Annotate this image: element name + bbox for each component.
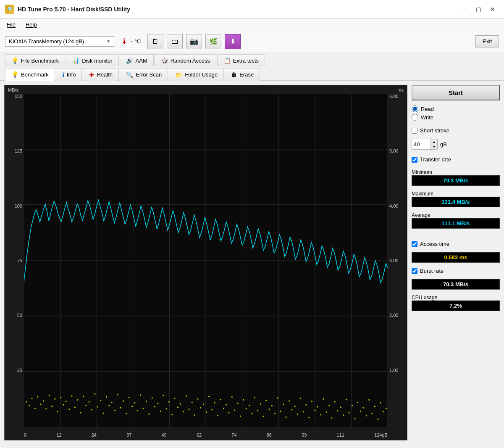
svg-point-27: [49, 395, 50, 396]
minimum-value: 79.3 MB/s: [412, 175, 500, 186]
access-time-checkbox[interactable]: [412, 241, 417, 247]
svg-point-78: [194, 414, 195, 416]
svg-point-70: [171, 414, 173, 416]
radio-write[interactable]: [412, 114, 418, 121]
svg-point-84: [211, 409, 213, 411]
error-scan-icon: 🔍: [126, 71, 133, 78]
svg-point-109: [283, 403, 284, 405]
tab-info[interactable]: ℹ Info: [56, 68, 82, 81]
erase-icon: 🗑: [231, 71, 237, 78]
svg-point-59: [140, 394, 141, 396]
tab-aam-label: AAM: [136, 58, 147, 64]
svg-point-107: [277, 397, 278, 399]
svg-point-26: [45, 408, 47, 410]
close-button[interactable]: ✕: [486, 4, 499, 14]
svg-point-46: [102, 412, 104, 414]
y-label-r-600: 6.00: [389, 94, 405, 99]
short-stroke-checkbox[interactable]: [412, 128, 417, 134]
app-title: HD Tune Pro 5.70 - Hard Disk/SSD Utility: [18, 6, 130, 13]
x-label-12: 12: [56, 432, 61, 437]
burst-rate-value: 70.3 MB/s: [412, 279, 500, 290]
tab-benchmark[interactable]: 💡 Benchmark: [5, 68, 55, 81]
svg-point-20: [29, 405, 30, 406]
svg-point-108: [280, 411, 281, 412]
svg-point-123: [323, 398, 324, 400]
tab-folder-usage[interactable]: 📁 Folder Usage: [169, 68, 224, 81]
access-time-checkbox-item: Access time: [412, 241, 500, 247]
y-label-100: 100: [6, 203, 22, 208]
burst-rate-checkbox[interactable]: [412, 268, 417, 274]
tab-health-label: Health: [97, 71, 113, 78]
spinner-up-button[interactable]: ▲: [430, 139, 437, 144]
short-stroke-row: Short stroke: [412, 127, 500, 134]
svg-point-95: [243, 399, 244, 401]
x-label-24: 24: [92, 432, 97, 437]
update-btn[interactable]: 🌿: [205, 34, 221, 49]
svg-point-67: [163, 395, 164, 396]
exit-button[interactable]: Exit: [475, 35, 499, 47]
svg-point-140: [371, 412, 373, 414]
start-button[interactable]: Start: [412, 85, 500, 100]
svg-point-111: [289, 400, 290, 402]
svg-point-62: [148, 414, 150, 415]
svg-point-61: [146, 401, 147, 402]
info-btn-2[interactable]: 🗃: [167, 34, 183, 49]
tab-aam[interactable]: 🔊 AAM: [120, 54, 154, 66]
svg-point-63: [152, 397, 153, 399]
svg-point-132: [349, 412, 350, 414]
tab-erase[interactable]: 🗑 Erase: [225, 68, 260, 81]
main-content: MB/s ms 150 125 100 75 50 25 6.00 5.00 4…: [0, 81, 504, 445]
minimize-button[interactable]: –: [458, 4, 470, 14]
tab-random-access[interactable]: 🎲 Random Access: [155, 54, 216, 66]
tab-disk-monitor-label: Disk monitor: [82, 58, 112, 64]
download-btn[interactable]: ⬇: [225, 34, 241, 49]
svg-point-37: [77, 399, 78, 401]
svg-point-102: [263, 416, 264, 418]
device-dropdown[interactable]: KIOXIA TransMemory (124 gB) ▼: [5, 36, 114, 47]
maximize-button[interactable]: ▢: [472, 4, 485, 14]
transfer-rate-label: Transfer rate: [420, 156, 451, 163]
separator: [412, 234, 500, 234]
svg-point-39: [83, 396, 84, 398]
average-value: 111.1 MB/s: [412, 218, 500, 229]
transfer-rate-checkbox-item: Transfer rate: [412, 156, 500, 163]
svg-point-47: [106, 396, 107, 398]
chart-svg: [24, 94, 388, 427]
svg-point-50: [114, 409, 116, 411]
screenshot-btn[interactable]: 📷: [186, 34, 202, 49]
info-btn-1[interactable]: 🗒: [147, 34, 163, 49]
svg-point-66: [160, 411, 161, 412]
svg-point-137: [362, 407, 364, 409]
svg-point-93: [237, 403, 238, 404]
menu-file[interactable]: File: [5, 21, 17, 29]
svg-point-135: [357, 402, 358, 403]
svg-point-55: [129, 397, 130, 398]
tab-error-scan[interactable]: 🔍 Error Scan: [120, 68, 168, 81]
tab-extra-tests[interactable]: 📋 Extra tests: [217, 54, 265, 66]
menu-help[interactable]: Help: [24, 21, 39, 29]
svg-point-112: [291, 409, 292, 411]
svg-point-86: [217, 415, 218, 416]
cpu-usage-section: CPU usage 7.2%: [412, 293, 500, 311]
svg-point-90: [228, 412, 229, 414]
radio-read[interactable]: [412, 105, 418, 112]
short-stroke-number-input[interactable]: [412, 140, 430, 149]
svg-point-22: [34, 408, 36, 409]
svg-point-76: [188, 408, 189, 410]
x-label-124gb: 124gB: [374, 432, 388, 437]
short-stroke-value-row: ▲ ▼ gB: [412, 139, 500, 150]
svg-point-105: [271, 405, 273, 407]
radio-write-item: Write: [412, 114, 500, 121]
right-panel: Start Read Write Short stroke ▲ ▼: [412, 85, 500, 440]
tab-file-benchmark[interactable]: 💡 File Benchmark: [5, 54, 65, 66]
transfer-rate-checkbox[interactable]: [412, 157, 417, 163]
tab-health[interactable]: ✚ Health: [83, 68, 119, 81]
spinner-down-button[interactable]: ▼: [430, 144, 437, 149]
svg-point-116: [303, 411, 304, 413]
tab-random-access-label: Random Access: [171, 58, 210, 64]
tab-disk-monitor[interactable]: 📊 Disk monitor: [66, 54, 118, 66]
tab-benchmark-label: Benchmark: [21, 71, 49, 78]
svg-point-131: [346, 399, 347, 401]
svg-point-126: [331, 417, 332, 419]
svg-point-45: [100, 400, 101, 401]
